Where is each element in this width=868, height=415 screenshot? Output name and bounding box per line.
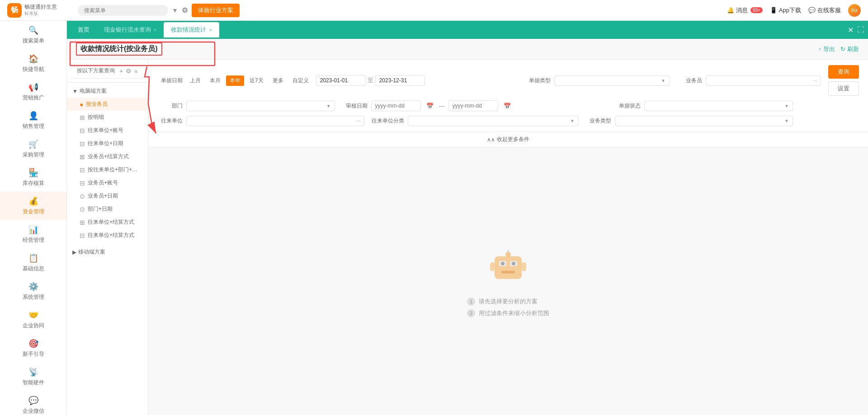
review-date-from[interactable] — [371, 100, 421, 111]
date-tab-more[interactable]: 更多 — [269, 75, 287, 86]
header-dropdown-btn[interactable]: ▼ — [172, 7, 178, 14]
date-to-input[interactable] — [375, 75, 425, 86]
sidebar-item-wechat[interactable]: 💬 企业微信 — [0, 391, 66, 415]
sidebar-item-marketing[interactable]: 📢 营销推广 — [0, 78, 66, 106]
biz-type-field: 业务类型 ▼ — [586, 116, 793, 126]
scheme-item-0-label: 按业务员 — [86, 100, 108, 108]
export-btn[interactable]: ↑ 导出 — [819, 45, 835, 53]
scheme-item-8[interactable]: ⊙ 部门+日期 — [67, 203, 148, 216]
sidebar-item-quicknav[interactable]: 🏠 快捷导航 — [0, 49, 66, 78]
main-content: 按以下方案查询 + ⚙ « ▼ 电脑端方案 — [67, 60, 868, 415]
partner-label: 往来单位 — [157, 117, 183, 125]
settings-btn[interactable]: 设置 — [828, 81, 859, 96]
trial-btn[interactable]: 体验行业方案 — [192, 4, 240, 17]
date-tab-last-month[interactable]: 上月 — [186, 75, 204, 86]
scheme-collapse-btn[interactable]: « — [134, 67, 138, 75]
tab-receipt-stats[interactable]: 收款情况统计 × — [164, 22, 219, 38]
tab-home-label: 首页 — [78, 26, 90, 34]
voucher-status-select[interactable]: ▼ — [644, 101, 793, 111]
query-btn[interactable]: 查询 — [828, 65, 859, 79]
app-download-btn[interactable]: 📱 App下载 — [770, 6, 801, 14]
scheme-item-2[interactable]: ⊟ 往来单位+账号 — [67, 124, 148, 137]
page-header-right: ↑ 导出 ↻ 刷新 — [819, 45, 859, 53]
sidebar-item-marketing-label: 营销推广 — [23, 94, 44, 102]
online-service-btn[interactable]: 💬 在线客服 — [808, 6, 841, 14]
sidebar-item-finance[interactable]: 💰 资金管理 — [0, 192, 66, 220]
logo-area: 畅 畅捷通好生意 标准版 — [7, 3, 74, 18]
tab-receipt-stats-label: 收款情况统计 — [171, 26, 206, 34]
sidebar-item-wechat-label: 企业微信 — [23, 407, 44, 415]
sidebar-item-finance-label: 资金管理 — [23, 208, 44, 216]
hint-num-2: 2 — [467, 309, 475, 317]
sidebar-item-operations[interactable]: 📊 经营管理 — [0, 220, 66, 249]
dept-select[interactable]: ▼ — [186, 101, 335, 111]
salesman-select[interactable]: ··· — [706, 75, 821, 86]
tab-cash-flow-close[interactable]: × — [154, 27, 156, 33]
scheme-item-5[interactable]: ⊟ 按往来单位+部门+收... — [67, 163, 148, 176]
sidebar-item-quicknav-label: 快捷导航 — [23, 66, 44, 73]
scheme-group-mobile-label: 移动端方案 — [78, 248, 105, 256]
page-title: 收款情况统计(按业务员) — [76, 42, 162, 56]
scheme-list: ▼ 电脑端方案 ● 按业务员 ⊞ 按明细 ⊟ — [67, 83, 148, 415]
hint-num-1: 1 — [467, 297, 475, 306]
date-tab-this-year[interactable]: 本年 — [226, 75, 244, 86]
scheme-add-btn[interactable]: + — [119, 67, 123, 75]
partner-category-field: 往来单位分类 ▼ — [372, 116, 579, 126]
scheme-group-pc-header[interactable]: ▼ 电脑端方案 — [67, 85, 148, 98]
tab-home[interactable]: 首页 — [71, 22, 97, 38]
sidebar-item-purchase[interactable]: 🛒 采购管理 — [0, 135, 66, 163]
tab-receipt-stats-close[interactable]: × — [209, 27, 212, 33]
tab-cash-flow[interactable]: 现金银行流水查询 × — [97, 22, 164, 38]
scheme-item-3-label: 往来单位+日期 — [88, 140, 123, 147]
logo-badge: 标准版 — [24, 10, 57, 17]
partner-input[interactable]: ··· — [186, 116, 364, 126]
scheme-item-6[interactable]: ⊟ 业务员+账号 — [67, 176, 148, 189]
scheme-item-7[interactable]: ⊙ 业务员+日期 — [67, 189, 148, 203]
window-maximize-btn[interactable]: ⛶ — [857, 26, 864, 34]
scheme-item-4[interactable]: ⊠ 业务员+结算方式 — [67, 150, 148, 163]
scheme-item-7-icon: ⊙ — [80, 193, 85, 200]
right-panel: 单据日期 上月 本月 本年 近7天 更多 自定义 至 — [148, 60, 868, 415]
review-date-to[interactable] — [448, 100, 498, 111]
scheme-item-10-label: 往来单位+结算方式 — [88, 231, 134, 239]
date-from-input[interactable] — [316, 75, 366, 86]
user-avatar[interactable]: Rit — [848, 4, 861, 17]
refresh-btn[interactable]: ↻ 刷新 — [840, 45, 859, 53]
collapse-icon: ∧∧ — [487, 137, 495, 143]
collapse-btn[interactable]: ∧∧ 收起更多条件 — [487, 136, 529, 143]
date-tab-this-month[interactable]: 本月 — [206, 75, 224, 86]
sidebar-item-cooperation[interactable]: 🤝 企业协同 — [0, 306, 66, 334]
voucher-type-arrow: ▼ — [661, 78, 665, 83]
sidebar-item-guide[interactable]: 🎯 新手引导 — [0, 334, 66, 363]
scheme-item-9[interactable]: ⊞ 往来单位+结算方式 — [67, 216, 148, 229]
scheme-item-0[interactable]: ● 按业务员 — [67, 98, 148, 111]
logo-icon: 畅 — [7, 3, 22, 18]
scheme-item-1[interactable]: ⊞ 按明细 — [67, 111, 148, 124]
date-tab-last7[interactable]: 近7天 — [246, 75, 267, 86]
voucher-type-select[interactable]: ▼ — [554, 75, 670, 86]
window-close-btn[interactable]: ✕ — [848, 26, 854, 34]
sidebar-item-system[interactable]: ⚙️ 系统管理 — [0, 277, 66, 306]
partner-field: 往来单位 ··· — [157, 116, 364, 126]
scheme-group-mobile-header[interactable]: ▶ 移动端方案 — [67, 245, 148, 259]
scheme-item-10-icon: ⊟ — [80, 232, 85, 239]
date-tab-custom[interactable]: 自定义 — [289, 75, 312, 86]
sidebar-item-inventory[interactable]: 🏪 库存核算 — [0, 163, 66, 192]
partner-category-select[interactable]: ▼ — [408, 116, 579, 126]
empty-state: 1 请先选择要分析的方案 2 用过滤条件来缩小分析范围 — [467, 245, 549, 317]
sidebar-item-sales[interactable]: 👤 销售管理 — [0, 106, 66, 135]
sidebar-item-search[interactable]: 🔍 搜索菜单 — [0, 21, 66, 49]
sidebar-item-base[interactable]: 📋 基础信息 — [0, 249, 66, 277]
header-search-input[interactable] — [78, 5, 168, 16]
review-date-sep: 📅 — [426, 103, 434, 109]
scheme-gear-btn[interactable]: ⚙ — [126, 67, 132, 75]
message-btn[interactable]: 🔔 消息 99+ — [727, 6, 763, 14]
scheme-item-10[interactable]: ⊟ 往来单位+结算方式 — [67, 229, 148, 242]
header-right: 🔔 消息 99+ 📱 App下载 💬 在线客服 Rit — [727, 4, 861, 17]
scheme-item-2-icon: ⊟ — [80, 127, 85, 134]
sidebar-item-hardware[interactable]: 📡 智能硬件 — [0, 363, 66, 391]
header-gear-icon[interactable]: ⚙ — [182, 6, 188, 14]
scheme-item-3[interactable]: ⊟ 往来单位+日期 — [67, 137, 148, 150]
sidebar-item-cooperation-label: 企业协同 — [23, 322, 44, 330]
biz-type-select[interactable]: ▼ — [615, 116, 793, 126]
